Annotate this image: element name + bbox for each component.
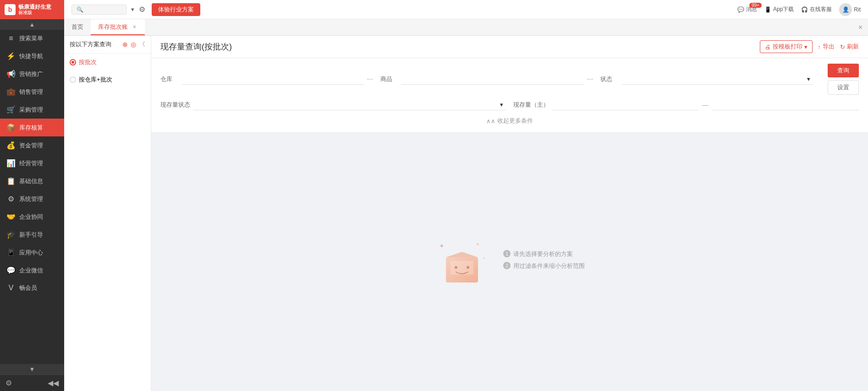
sidebar-item-营销推广[interactable]: 📢营销推广 [0,65,64,83]
filter-radio-by-batch [70,59,76,65]
nav-icon-11: 🎓 [6,230,16,239]
sidebar-item-销售管理[interactable]: 💼销售管理 [0,83,64,101]
svg-marker-1 [446,252,478,257]
avatar: 👤 [839,3,852,16]
nav-icon-1: ⚡ [6,52,16,60]
sidebar-item-搜索菜单[interactable]: ≡搜索菜单 [0,30,64,47]
user-name: Rit [854,6,861,13]
main-area: 🔍 ▾ ⚙ 体验行业方案 💬 消息 99+ 📱 App下载 🎧 在线客服 � [64,0,868,391]
app-name-group: 畅康通好生意 标准版 [18,4,51,16]
refresh-icon: ↻ [840,43,845,50]
warehouse-more-icon[interactable]: ··· [367,75,373,83]
sidebar-item-经营管理[interactable]: 📊经营管理 [0,154,64,172]
sidebar-item-快捷导航[interactable]: ⚡快捷导航 [0,47,64,65]
collapse-panel-icon[interactable]: 《 [139,40,145,49]
filter-item-by-batch[interactable]: 按批次 [64,54,151,71]
scheme-settings-icon[interactable]: ◎ [131,41,136,48]
online-service-item[interactable]: 🎧 在线客服 [801,5,832,13]
goods-input[interactable] [401,74,584,85]
app-download-item[interactable]: 📱 App下载 [764,5,794,13]
sidebar-item-畅会员[interactable]: V畅会员 [0,279,64,297]
filter-panel-icons: ⊕ ◎ 《 [122,40,145,49]
filter-row-1: 仓库 ··· 商品 ··· 状态 ▾ [160,64,859,95]
app-download-label: App下载 [773,5,794,13]
online-service-label: 在线客服 [810,5,832,13]
export-button[interactable]: ↑ 导出 [818,43,835,51]
empty-tip-1: 1 请先选择要分析的方案 [503,250,585,258]
tab-home[interactable]: 首页 [64,19,91,35]
sidebar-item-库存核算[interactable]: 📦库存核算 [0,119,64,136]
set-button[interactable]: 设置 [828,80,859,95]
warehouse-input[interactable] [181,74,364,85]
filter-item-by-warehouse-batch[interactable]: 按仓库+批次 [64,71,151,88]
sidebar-item-新手引导[interactable]: 🎓新手引导 [0,226,64,244]
sidebar-item-应用中心[interactable]: 📱应用中心 [0,244,64,261]
nav-label-2: 营销推广 [19,70,43,78]
goods-more-icon[interactable]: ··· [587,75,593,83]
print-button[interactable]: 🖨 按模板打印 ▾ [760,40,813,53]
tab-close-all-icon[interactable]: × [853,23,868,32]
topbar-search[interactable]: 🔍 [71,5,126,15]
nav-icon-0: ≡ [6,34,16,43]
trial-button[interactable]: 体验行业方案 [152,3,200,16]
inventory-qty-max[interactable] [712,99,859,110]
topbar-dropdown-icon[interactable]: ▾ [131,6,134,13]
tab-home-label: 首页 [71,23,83,31]
empty-illustration: ✦ ✦ ✦ [434,234,489,289]
svg-rect-2 [450,261,473,275]
page-header: 现存量查询(按批次) 🖨 按模板打印 ▾ ↑ 导出 ↻ 刷新 [151,36,868,58]
nav-label-6: 资金管理 [19,141,43,150]
inventory-qty-min[interactable] [552,99,699,110]
inventory-qty-range: — [552,99,859,110]
search-icon: 🔍 [77,6,83,13]
svg-text:✦: ✦ [483,256,486,261]
svg-text:✦: ✦ [439,242,445,250]
tabbar: 首页 库存批次账 × × [64,19,868,36]
filter-label-by-batch: 按批次 [79,58,97,66]
sidebar-item-系统管理[interactable]: ⚙系统管理 [0,190,64,208]
nav-label-8: 基础信息 [19,177,43,185]
inventory-qty-label: 现存量（主） [513,101,549,109]
sidebar-item-企业微信[interactable]: 💬企业微信 [0,261,64,279]
sidebar-item-采购管理[interactable]: 🛒采购管理 [0,101,64,119]
add-scheme-icon[interactable]: ⊕ [122,41,128,48]
app-download-icon: 📱 [764,6,771,13]
refresh-button[interactable]: ↻ 刷新 [840,43,859,51]
goods-label: 商品 [380,75,399,83]
user-profile[interactable]: 👤 Rit [839,3,861,16]
inventory-status-select[interactable]: ▾ [193,99,506,110]
filter-bar: 仓库 ··· 商品 ··· 状态 ▾ [151,58,868,133]
status-dropdown-icon: ▾ [807,76,810,82]
tip-text-1: 请先选择要分析的方案 [513,250,573,258]
page-header-actions: 🖨 按模板打印 ▾ ↑ 导出 ↻ 刷新 [760,40,859,58]
notifications-item[interactable]: 💬 消息 99+ [737,5,757,13]
app-name: 畅康通好生意 [18,4,51,10]
sidebar: b 畅康通好生意 标准版 ▲ ≡搜索菜单⚡快捷导航📢营销推广💼销售管理🛒采购管理… [0,0,64,391]
sidebar-item-资金管理[interactable]: 💰资金管理 [0,136,64,154]
sidebar-item-基础信息[interactable]: 📋基础信息 [0,172,64,190]
nav-label-3: 销售管理 [19,88,43,96]
nav-icon-7: 📊 [6,159,16,168]
sidebar-item-企业协同[interactable]: 🤝企业协同 [0,208,64,226]
inventory-qty-field: 现存量（主） — [513,99,859,110]
empty-tip-2: 2 用过滤条件来缩小分析范围 [503,262,585,270]
settings-icon[interactable]: ⚙ [5,379,12,387]
nav-icon-9: ⚙ [6,195,16,203]
sidebar-scroll-up[interactable]: ▲ [0,19,64,30]
filter-panel: 按以下方案查询 ⊕ ◎ 《 按批次 按仓库+批次 [64,36,151,391]
sidebar-scroll-down[interactable]: ▼ [0,364,64,375]
print-dropdown-icon[interactable]: ▾ [804,43,808,50]
tab-inventory-batch[interactable]: 库存批次账 × [91,19,145,35]
nav-icon-12: 📱 [6,248,16,257]
filter-panel-header: 按以下方案查询 ⊕ ◎ 《 [64,36,151,54]
inventory-status-dropdown-icon: ▾ [500,101,503,108]
collapse-sidebar-icon[interactable]: ◀◀ [48,379,59,387]
topbar-settings-icon[interactable]: ⚙ [139,5,145,14]
tab-close-icon[interactable]: × [132,23,137,31]
empty-tips: 1 请先选择要分析的方案 2 用过滤条件来缩小分析范围 [503,250,585,274]
nav-label-12: 应用中心 [19,249,43,257]
inventory-status-label: 现存量状态 [160,101,190,109]
collapse-more-btn[interactable]: ∧∧ 收起更多条件 [160,115,859,127]
status-select[interactable]: ▾ [621,74,813,85]
query-button[interactable]: 查询 [828,64,859,77]
